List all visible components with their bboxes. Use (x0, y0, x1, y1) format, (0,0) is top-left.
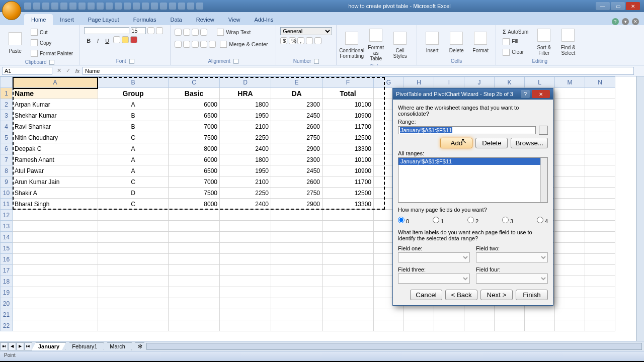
row-header[interactable]: 19 (1, 287, 13, 298)
row-header[interactable]: 18 (1, 276, 13, 287)
row-header[interactable]: 13 (1, 221, 13, 232)
cell[interactable] (555, 88, 585, 99)
cell[interactable] (555, 199, 585, 210)
row-header[interactable]: 6 (1, 143, 13, 154)
cell[interactable] (585, 165, 615, 176)
cell[interactable]: Atul Pawar (13, 165, 98, 176)
col-header[interactable]: B (98, 77, 169, 88)
cell[interactable]: A (98, 99, 169, 110)
wrap-text-button[interactable]: Wrap Text (214, 27, 253, 37)
align-center-icon[interactable] (183, 41, 190, 48)
cell[interactable]: 2750 (271, 188, 323, 199)
cell[interactable]: Arun Kumar Jain (13, 176, 98, 188)
cell[interactable] (220, 265, 271, 276)
cell[interactable]: Bharat Singh (13, 199, 98, 210)
cell[interactable]: 11700 (323, 121, 374, 132)
row-header[interactable]: 2 (1, 99, 13, 110)
cell[interactable] (98, 287, 169, 298)
bold-button[interactable]: B (84, 36, 93, 45)
cell[interactable]: 10900 (323, 165, 374, 176)
align-left-icon[interactable] (175, 41, 182, 48)
cell[interactable] (555, 188, 585, 199)
cell[interactable] (220, 243, 271, 254)
cell[interactable] (271, 254, 323, 265)
cell[interactable] (169, 221, 220, 232)
cell[interactable]: 6500 (169, 110, 220, 121)
tab-data[interactable]: Data (163, 14, 189, 25)
vertical-scrollbar[interactable] (636, 76, 644, 341)
minimize-button[interactable]: — (596, 2, 610, 10)
cell[interactable]: 2600 (271, 176, 323, 188)
cell[interactable] (169, 265, 220, 276)
cell[interactable] (555, 99, 585, 110)
qat-btn[interactable] (151, 3, 158, 10)
cell[interactable] (585, 110, 615, 121)
cell[interactable] (323, 232, 374, 243)
cell[interactable]: 11700 (323, 176, 374, 188)
cell[interactable] (271, 298, 323, 309)
cell[interactable]: 2900 (271, 143, 323, 154)
formula-input[interactable]: Name (83, 67, 634, 75)
cell[interactable] (98, 210, 169, 221)
horizontal-scrollbar[interactable] (146, 343, 642, 350)
delete-cells-button[interactable]: Delete (445, 30, 467, 55)
cell[interactable]: 1800 (220, 99, 271, 110)
cell[interactable] (555, 309, 585, 320)
cell[interactable] (13, 243, 98, 254)
row-header[interactable]: 14 (1, 232, 13, 243)
cell[interactable] (555, 143, 585, 154)
tab-review[interactable]: Review (189, 14, 221, 25)
col-header[interactable]: H (404, 77, 434, 88)
cell[interactable]: DA (271, 88, 323, 99)
dialog-close-icon[interactable]: ✕ (532, 90, 550, 98)
align-middle-icon[interactable] (183, 29, 190, 36)
cell[interactable]: 12500 (323, 132, 374, 143)
cell[interactable]: 2600 (271, 121, 323, 132)
cell[interactable] (585, 154, 615, 165)
cell[interactable] (220, 276, 271, 287)
cut-button[interactable]: Cut (28, 27, 75, 37)
row-header[interactable]: 9 (1, 176, 13, 188)
row-header[interactable]: 12 (1, 210, 13, 221)
sort-filter-button[interactable]: Sort & Filter (533, 27, 555, 57)
dec-decimal-icon[interactable] (314, 37, 321, 44)
cell[interactable]: 2450 (271, 165, 323, 176)
cell[interactable] (555, 320, 585, 331)
cell[interactable] (98, 276, 169, 287)
italic-button[interactable]: I (95, 36, 101, 45)
fx-icon[interactable]: fx (72, 68, 83, 74)
cell[interactable] (323, 265, 374, 276)
cell[interactable] (271, 287, 323, 298)
paste-button[interactable]: Paste (4, 31, 26, 55)
cell[interactable] (464, 320, 495, 331)
cell[interactable] (585, 265, 615, 276)
cell[interactable]: 2400 (220, 199, 271, 210)
qat-btn[interactable] (97, 3, 104, 10)
cancel-formula-icon[interactable]: ✕ (54, 67, 63, 74)
row-header[interactable]: 8 (1, 165, 13, 176)
cell[interactable]: 2100 (220, 176, 271, 188)
cell[interactable] (555, 287, 585, 298)
row-header[interactable]: 22 (1, 320, 13, 331)
cell[interactable] (271, 265, 323, 276)
cell[interactable] (555, 210, 585, 221)
back-button[interactable]: < Back (445, 290, 477, 300)
align-right-icon[interactable] (192, 41, 199, 48)
cell[interactable] (585, 309, 615, 320)
row-header[interactable]: 7 (1, 154, 13, 165)
qat-btn[interactable] (51, 3, 58, 10)
clipboard-dialog-icon[interactable] (49, 60, 54, 65)
percent-icon[interactable]: % (289, 37, 296, 44)
align-dialog-icon[interactable] (233, 59, 238, 64)
cell[interactable]: 2300 (271, 99, 323, 110)
cell[interactable]: 2300 (271, 154, 323, 165)
underline-button[interactable]: U (103, 36, 112, 45)
cell[interactable] (271, 221, 323, 232)
col-header[interactable]: N (585, 77, 615, 88)
col-header[interactable]: M (555, 77, 585, 88)
cell[interactable] (98, 254, 169, 265)
tab-formulas[interactable]: Formulas (126, 14, 164, 25)
fill-button[interactable]: Fill (500, 37, 531, 47)
row-header[interactable]: 4 (1, 121, 13, 132)
sheet-nav-last-icon[interactable]: ⏭ (24, 342, 32, 350)
